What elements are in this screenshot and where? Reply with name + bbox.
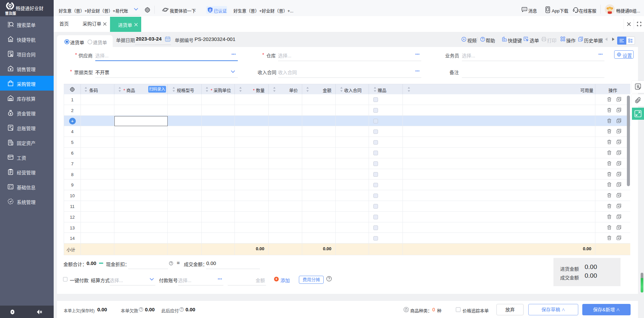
svg-text:企: 企 xyxy=(209,8,212,12)
